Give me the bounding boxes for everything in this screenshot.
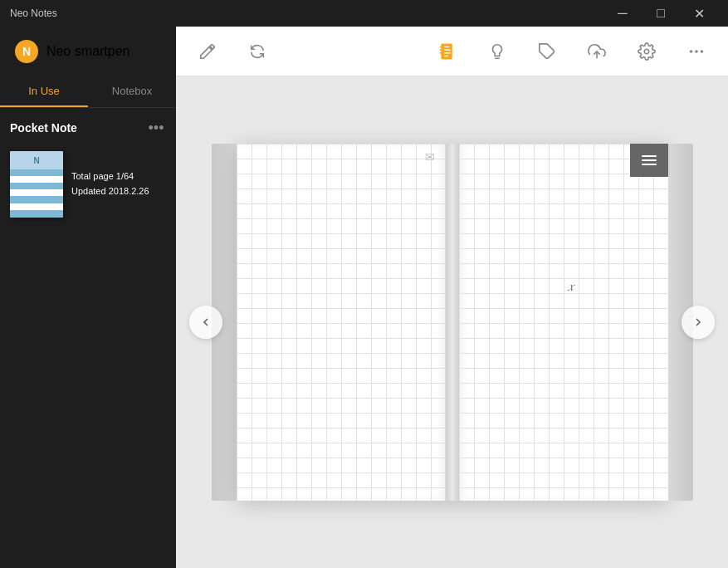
menu-line-2 xyxy=(642,159,657,161)
toolbar-right xyxy=(432,37,711,66)
thumbnail-header: N xyxy=(10,151,63,169)
notebook-header: Pocket Note ••• xyxy=(10,118,166,138)
chevron-left-icon xyxy=(199,316,213,329)
svg-rect-2 xyxy=(442,43,452,58)
neo-smartpen-logo-icon: N xyxy=(13,38,40,65)
tab-notebox[interactable]: Notebox xyxy=(88,76,176,107)
tag-icon xyxy=(538,42,556,61)
pen-icon xyxy=(198,42,217,61)
sidebar-tabs: In Use Notebox xyxy=(0,76,176,108)
notebook-total-page: Total page 1/64 xyxy=(71,169,166,184)
notebook-more-button[interactable]: ••• xyxy=(146,118,166,138)
settings-icon xyxy=(638,42,656,61)
note-viewer: ✉ ✉ 𝑥 xyxy=(176,76,728,568)
sidebar-logo: N Neo smartpen xyxy=(0,27,176,76)
svg-point-14 xyxy=(695,50,698,53)
svg-point-12 xyxy=(644,49,649,54)
settings-button[interactable] xyxy=(632,37,662,66)
sidebar: N Neo smartpen In Use Notebox Pocket Not… xyxy=(0,27,176,568)
notebook-updated: Updated 2018.2.26 xyxy=(71,184,166,199)
tab-in-use[interactable]: In Use xyxy=(0,76,88,107)
prev-page-button[interactable] xyxy=(189,306,222,339)
app-layout: N Neo smartpen In Use Notebox Pocket Not… xyxy=(0,27,728,568)
minimize-button[interactable]: ─ xyxy=(603,0,642,27)
lightbulb-button[interactable] xyxy=(482,37,512,66)
lightbulb-icon xyxy=(488,42,506,61)
close-button[interactable]: ✕ xyxy=(680,0,718,27)
left-page-email-icon: ✉ xyxy=(425,150,435,164)
upload-icon xyxy=(588,42,606,61)
title-bar: Neo Notes ─ □ ✕ xyxy=(0,0,728,27)
app-title: Neo Notes xyxy=(10,7,57,19)
notebook-thumbnail: N xyxy=(10,151,63,218)
open-book: ✉ ✉ 𝑥 xyxy=(237,144,668,501)
upload-button[interactable] xyxy=(582,37,612,66)
book-page-left: ✉ xyxy=(237,144,447,501)
toolbar-left xyxy=(193,37,272,66)
refresh-icon xyxy=(248,42,266,61)
svg-point-15 xyxy=(701,50,704,53)
logo-text: Neo smartpen xyxy=(46,44,130,59)
notebook-button[interactable] xyxy=(432,37,462,66)
svg-text:N: N xyxy=(22,45,31,58)
tag-button[interactable] xyxy=(532,37,562,66)
book-spine xyxy=(446,144,459,501)
toolbar xyxy=(176,27,728,76)
book-menu-button[interactable] xyxy=(630,144,668,177)
next-page-button[interactable] xyxy=(682,306,715,339)
main-content: ✉ ✉ 𝑥 xyxy=(176,27,728,568)
window-controls: ─ □ ✕ xyxy=(603,0,718,27)
more-icon xyxy=(687,42,706,61)
svg-point-13 xyxy=(690,50,693,53)
open-book-container: ✉ ✉ 𝑥 xyxy=(237,144,668,501)
notebook-title: Pocket Note xyxy=(10,121,77,135)
book-page-right: ✉ 𝑥 xyxy=(459,144,668,501)
notebook-icon xyxy=(438,42,457,61)
sidebar-content: Pocket Note ••• N Total page 1/64 Update… xyxy=(0,108,176,568)
chevron-right-icon xyxy=(691,316,705,329)
more-button[interactable] xyxy=(682,37,711,66)
notebook-item[interactable]: N Total page 1/64 Updated 2018.2.26 xyxy=(10,148,166,221)
refresh-button[interactable] xyxy=(242,37,272,66)
menu-line-3 xyxy=(642,164,657,165)
notebook-info: Total page 1/64 Updated 2018.2.26 xyxy=(71,169,166,198)
maximize-button[interactable]: □ xyxy=(642,0,680,27)
pen-button[interactable] xyxy=(193,37,222,66)
menu-line-1 xyxy=(642,155,657,157)
thumbnail-waves xyxy=(10,169,63,218)
page-cursor: 𝑥 xyxy=(568,279,574,294)
